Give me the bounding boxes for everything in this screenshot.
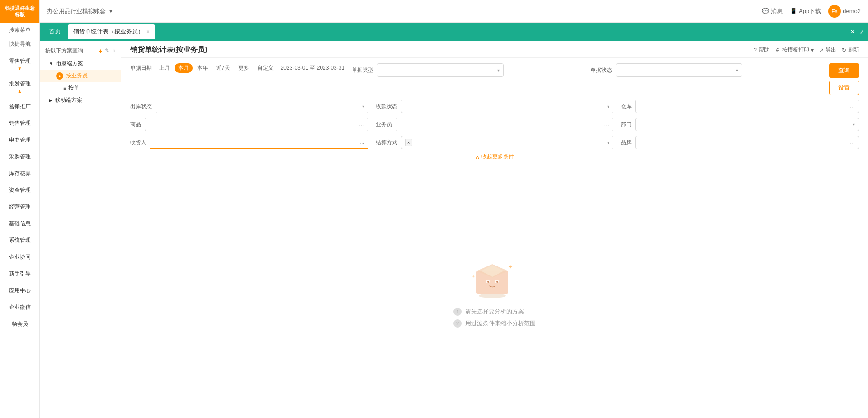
help-icon: ? [754, 47, 757, 53]
sidebar-item-operations[interactable]: 经营管理 [0, 199, 39, 215]
tree-item-by-order[interactable]: ≡ 按单 [40, 82, 121, 94]
sidebar-item-purchase[interactable]: 采购管理 [0, 148, 39, 165]
edit-scheme-icon[interactable]: ✎ [105, 48, 109, 55]
sidebar-item-member[interactable]: 畅会员 [0, 316, 39, 332]
print-label: 按模板打印 [782, 46, 809, 54]
product-dots: … [359, 121, 364, 128]
doc-type-select[interactable]: ▾ [377, 63, 504, 77]
sidebar-item-wechat[interactable]: 企业微信 [0, 299, 39, 316]
sidebar-search[interactable]: 搜索菜单 [0, 23, 39, 38]
sidebar-item-marketing[interactable]: 营销推广 [0, 98, 39, 115]
collect-status-label: 收款状态 [376, 103, 397, 110]
settlement-arrow: ▾ [607, 140, 609, 145]
product-input[interactable]: … [145, 118, 368, 131]
date-tab-last-month[interactable]: 上月 [156, 63, 174, 73]
sidebar-marketing-label: 营销推广 [9, 103, 31, 110]
empty-state: ✦ ✦ 1 请先选择要分析的方案 2 用过滤条件来缩小分析范围 [121, 164, 868, 418]
export-btn[interactable]: ↗ 导出 [819, 46, 836, 54]
sidebar-quick-nav[interactable]: 快捷导航 [0, 38, 39, 51]
settlement-tag: × [405, 139, 412, 146]
top-bar-right: 💬 消息 📱 App下载 Ea demo2 [762, 5, 861, 18]
sidebar-item-finance[interactable]: 资金管理 [0, 182, 39, 199]
sidebar-guide-label: 新手引导 [9, 270, 31, 278]
department-label: 部门 [621, 121, 632, 128]
add-scheme-icon[interactable]: + [99, 48, 102, 55]
app-download-btn[interactable]: 📱 App下载 [790, 7, 821, 15]
filter-doc-status: 单据状态 ▾ [590, 63, 822, 77]
date-tab-current-month[interactable]: 本月 [175, 63, 193, 73]
date-tab-more[interactable]: 更多 [235, 63, 253, 73]
settlement-tag-close[interactable]: × [407, 140, 410, 145]
refresh-label: 刷新 [848, 46, 859, 54]
sidebar-item-ecommerce[interactable]: 电商管理 [0, 132, 39, 148]
empty-tips: 1 请先选择要分析的方案 2 用过滤条件来缩小分析范围 [453, 308, 536, 328]
filter-doc-type: 单据类型 ▾ [352, 63, 583, 77]
salesperson-dots: … [604, 121, 609, 128]
date-tab-custom[interactable]: 自定义 [254, 63, 277, 73]
out-status-select[interactable]: ▾ [156, 100, 368, 113]
collect-status-select[interactable]: ▾ [401, 100, 614, 113]
action-buttons: 查询 设置 [829, 63, 859, 95]
print-btn[interactable]: 🖨 按模板打印 ▾ [775, 46, 814, 54]
tab-close-icon[interactable]: × [146, 28, 150, 35]
receiver-input[interactable]: … [150, 136, 368, 149]
settlement-label: 结算方式 [376, 139, 397, 147]
filter-area: 单据日期 上月 本月 本年 近7天 更多 自定义 2023-03-01 至 20… [121, 58, 868, 164]
sidebar-item-apps[interactable]: 应用中心 [0, 282, 39, 299]
tree-desktop-section[interactable]: ▼ 电脑端方案 [40, 57, 121, 70]
tree-order-label: 按单 [68, 84, 79, 92]
date-tab-current-year[interactable]: 本年 [193, 63, 212, 73]
left-panel: 按以下方案查询 + ✎ « ▼ 电脑端方案 ● 按业务员 ≡ 按单 [40, 41, 121, 418]
date-range-value: 2023-03-01 至 2023-03-31 [281, 64, 344, 72]
sidebar-item-guide[interactable]: 新手引导 [0, 266, 39, 282]
query-button[interactable]: 查询 [829, 63, 859, 78]
filter-row-1: 单据日期 上月 本月 本年 近7天 更多 自定义 2023-03-01 至 20… [130, 63, 859, 95]
sidebar-item-sales[interactable]: 销售管理 [0, 115, 39, 132]
close-window-icon[interactable]: ✕ [850, 28, 855, 35]
collapse-filter-btn[interactable]: ∧ 收起更多条件 [130, 149, 859, 164]
sidebar-item-enterprise[interactable]: 企业协同 [0, 249, 39, 266]
industry-dropdown-icon[interactable]: ▾ [109, 8, 113, 14]
tree-mobile-section[interactable]: ▶ 移动端方案 [40, 94, 121, 106]
svg-text:✦: ✦ [508, 264, 513, 270]
tab-sales-stats[interactable]: 销货单统计表（按业务员） × [68, 24, 155, 39]
sidebar-item-basic[interactable]: 基础信息 [0, 215, 39, 232]
sidebar-sales-label: 销售管理 [9, 119, 31, 127]
tab-home[interactable]: 首页 [43, 24, 66, 39]
svg-point-5 [487, 281, 489, 283]
filter-row-3: 商品 … 业务员 … 部门 [130, 118, 859, 131]
brand-input[interactable]: … [635, 136, 859, 149]
help-btn[interactable]: ? 帮助 [754, 46, 769, 54]
svg-point-7 [479, 294, 506, 298]
left-panel-title: 按以下方案查询 [45, 47, 83, 55]
maximize-window-icon[interactable]: ⤢ [859, 28, 864, 35]
tree-item-by-salesperson[interactable]: ● 按业务员 [40, 70, 121, 82]
main-area: 办公用品行业模拟账套 ▾ 💬 消息 📱 App下载 Ea demo2 首页 [40, 0, 868, 418]
department-select[interactable]: ▾ [635, 118, 859, 131]
salesperson-input[interactable]: … [396, 118, 614, 131]
warehouse-input[interactable]: … [635, 100, 859, 113]
date-tab-7days[interactable]: 近7天 [212, 63, 234, 73]
receiver-dots: … [359, 139, 365, 145]
filter-row-4: 收货人 … 结算方式 × ▾ [130, 136, 859, 149]
message-label: 消息 [771, 7, 783, 15]
message-btn[interactable]: 💬 消息 [762, 7, 783, 15]
app-download-label: App下载 [799, 7, 821, 15]
sidebar-wholesale-label: 批发管理 [9, 80, 31, 88]
settlement-select[interactable]: × ▾ [401, 136, 614, 149]
filter-warehouse: 仓库 … [621, 100, 859, 113]
doc-status-select[interactable]: ▾ [616, 63, 742, 77]
sidebar-item-system[interactable]: 系统管理 [0, 232, 39, 249]
user-name: demo2 [843, 8, 861, 14]
filter-date: 单据日期 上月 本月 本年 近7天 更多 自定义 2023-03-01 至 20… [130, 63, 344, 73]
sidebar-ecommerce-label: 电商管理 [9, 136, 31, 144]
user-profile[interactable]: Ea demo2 [828, 5, 861, 18]
sidebar-item-inventory[interactable]: 库存核算 [0, 165, 39, 182]
collapse-panel-icon[interactable]: « [112, 48, 115, 55]
settings-button[interactable]: 设置 [829, 81, 859, 95]
sidebar-item-wholesale[interactable]: 批发管理 ▲ [0, 76, 39, 98]
export-label: 导出 [826, 46, 836, 54]
refresh-btn[interactable]: ↻ 刷新 [842, 46, 859, 54]
print-dropdown-icon[interactable]: ▾ [811, 47, 814, 53]
sidebar-item-retail[interactable]: 零售管理 ▼ [0, 53, 39, 76]
